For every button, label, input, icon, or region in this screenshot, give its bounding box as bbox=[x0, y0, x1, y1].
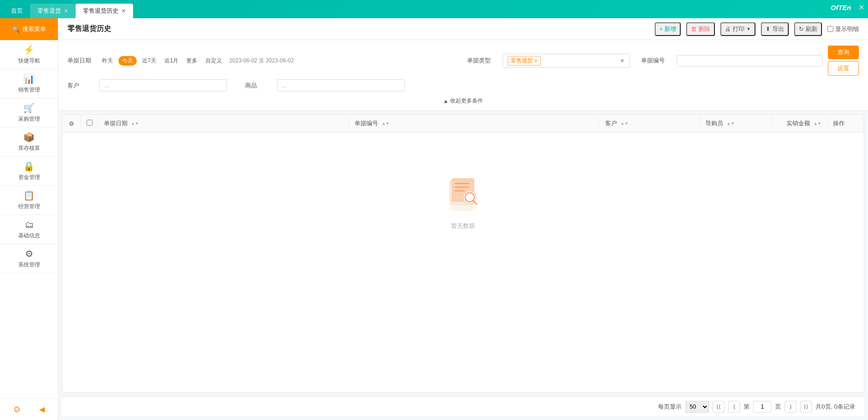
empty-cell: 暂无数据 bbox=[62, 133, 864, 267]
top-bar: 首页 零售退货 ✕ 零售退货历史 ✕ OfTEn ✕ bbox=[0, 0, 868, 18]
page-title: 零售退货历史 bbox=[67, 24, 655, 34]
sidebar-search-label: 搜索菜单 bbox=[22, 25, 46, 33]
query-button[interactable]: 查询 bbox=[828, 46, 859, 59]
th-id-label: 单据编号 bbox=[354, 120, 378, 127]
print-button[interactable]: 🖨 打印 ▼ bbox=[720, 22, 755, 36]
date-btn-yesterday[interactable]: 昨天 bbox=[99, 56, 116, 66]
page-word: 第 bbox=[744, 403, 750, 411]
filter-area: 单据日期 昨天 今天 近7天 近1月 更多 自定义 2023-06-02 至 2… bbox=[58, 40, 868, 111]
main-layout: 🔍 搜索菜单 ⚡ 快捷导航 📊 销售管理 🛒 采购管理 📦 库存核算 🔒 资金管… bbox=[0, 18, 868, 420]
toolbar-buttons: + 新增 🗑 删除 🖨 打印 ▼ ⬆ 导出 ↻ 刷新 显示明细 bbox=[655, 22, 859, 36]
empty-state: 暂无数据 bbox=[62, 133, 864, 266]
sidebar-item-finance[interactable]: 🔒 资金管理 bbox=[0, 157, 58, 186]
tab-retail-return-history-close[interactable]: ✕ bbox=[121, 8, 126, 14]
collapse-bar[interactable]: ▲ 收起更多条件 bbox=[67, 95, 859, 107]
empty-row: 暂无数据 bbox=[62, 133, 864, 267]
th-guide-label: 导购员 bbox=[705, 120, 723, 127]
goods-filter-input[interactable]: ... bbox=[277, 79, 405, 92]
search-icon: 🔍 bbox=[12, 26, 20, 33]
date-btn-more[interactable]: 更多 bbox=[184, 56, 200, 66]
th-check[interactable] bbox=[81, 115, 98, 133]
select-all-checkbox[interactable] bbox=[87, 120, 92, 126]
filter-row-2: 客户 ... 商品 ... bbox=[67, 79, 859, 92]
tab-retail-return-close[interactable]: ✕ bbox=[64, 8, 68, 14]
sidebar-item-sales-mgmt-label: 销售管理 bbox=[18, 86, 40, 94]
goods-placeholder: ... bbox=[282, 82, 287, 89]
page-input[interactable] bbox=[753, 401, 771, 413]
system-icon: ⚙ bbox=[25, 248, 33, 259]
export-button[interactable]: ⬆ 导出 bbox=[761, 22, 789, 36]
th-guide[interactable]: 导购员 ▲▼ bbox=[700, 115, 773, 133]
sidebar-bottom: ⚙ ◀ bbox=[0, 398, 58, 420]
date-btn-today[interactable]: 今天 bbox=[118, 56, 137, 66]
sales-mgmt-icon: 📊 bbox=[23, 73, 35, 84]
tab-retail-return-label: 零售退货 bbox=[37, 7, 61, 15]
sidebar-item-purchase-mgmt[interactable]: 🛒 采购管理 bbox=[0, 98, 58, 128]
settings-button[interactable]: 设置 bbox=[828, 61, 859, 76]
sidebar-item-inventory[interactable]: 📦 库存核算 bbox=[0, 128, 58, 157]
empty-text: 暂无数据 bbox=[451, 222, 475, 230]
table-body: 暂无数据 bbox=[62, 133, 864, 267]
window-close-button[interactable]: ✕ bbox=[858, 3, 864, 12]
sidebar-item-sales-mgmt[interactable]: 📊 销售管理 bbox=[0, 69, 58, 98]
type-filter-select[interactable]: 零售退货 ✕ ▼ bbox=[503, 54, 630, 68]
sidebar-item-basic-info[interactable]: 🗂 基础信息 bbox=[0, 215, 58, 244]
pagination-bar: 每页显示 10 20 50 100 ⟨⟨ ⟨ 第 页 ⟩ ⟩⟩ 共0页, 0条记… bbox=[62, 396, 864, 416]
th-customer-label: 客户 bbox=[605, 120, 617, 127]
sidebar-item-quick-nav-label: 快捷导航 bbox=[18, 57, 40, 65]
page-size-select[interactable]: 10 20 50 100 bbox=[685, 401, 709, 413]
type-filter-label: 单据类型 bbox=[467, 56, 499, 65]
type-filter-tag-label: 零售退货 bbox=[511, 57, 533, 65]
th-date[interactable]: 单据日期 ▲▼ bbox=[98, 115, 349, 133]
filter-row-1: 单据日期 昨天 今天 近7天 近1月 更多 自定义 2023-06-02 至 2… bbox=[67, 46, 859, 76]
prev-page-button[interactable]: ⟨ bbox=[728, 401, 740, 413]
sidebar-collapse-icon[interactable]: ◀ bbox=[39, 405, 45, 414]
sidebar-item-quick-nav[interactable]: ⚡ 快捷导航 bbox=[0, 40, 58, 69]
sidebar-item-operations[interactable]: 📋 经营管理 bbox=[0, 186, 58, 215]
date-btn-7days[interactable]: 近7天 bbox=[139, 56, 159, 66]
last-page-button[interactable]: ⟩⟩ bbox=[800, 401, 812, 413]
table-settings-icon[interactable]: ⚙ bbox=[69, 120, 74, 127]
tab-home-label: 首页 bbox=[11, 7, 23, 15]
collapse-label: 收起更多条件 bbox=[450, 97, 483, 105]
refresh-button[interactable]: ↻ 刷新 bbox=[794, 22, 822, 36]
tab-retail-return-history[interactable]: 零售退货历史 ✕ bbox=[76, 4, 133, 18]
type-filter-tag[interactable]: 零售退货 ✕ bbox=[508, 56, 541, 66]
th-amount[interactable]: 实销金额 ▲▼ bbox=[773, 115, 827, 133]
show-detail-label: 显示明细 bbox=[835, 25, 859, 33]
tab-home[interactable]: 首页 bbox=[4, 4, 30, 18]
export-label: 导出 bbox=[772, 25, 784, 33]
new-button[interactable]: + 新增 bbox=[655, 22, 681, 36]
th-settings[interactable]: ⚙ bbox=[62, 115, 81, 133]
date-btn-1month[interactable]: 近1月 bbox=[162, 56, 181, 66]
show-detail-toggle[interactable]: 显示明细 bbox=[827, 25, 859, 33]
tab-retail-return[interactable]: 零售退货 ✕ bbox=[30, 4, 76, 18]
print-arrow-icon: ▼ bbox=[746, 26, 751, 31]
th-id[interactable]: 单据编号 ▲▼ bbox=[349, 115, 599, 133]
top-bar-right: OfTEn ✕ bbox=[831, 3, 864, 12]
th-customer[interactable]: 客户 ▲▼ bbox=[600, 115, 700, 133]
first-page-button[interactable]: ⟨⟨ bbox=[713, 401, 724, 413]
sidebar: 🔍 搜索菜单 ⚡ 快捷导航 📊 销售管理 🛒 采购管理 📦 库存核算 🔒 资金管… bbox=[0, 18, 58, 420]
th-date-label: 单据日期 bbox=[104, 120, 128, 127]
delete-button[interactable]: 🗑 删除 bbox=[686, 22, 715, 36]
goods-filter-label: 商品 bbox=[245, 82, 277, 90]
refresh-icon: ↻ bbox=[799, 26, 804, 32]
date-filters: 昨天 今天 近7天 近1月 更多 自定义 2023-06-02 至 2023-0… bbox=[99, 56, 294, 66]
next-page-button[interactable]: ⟩ bbox=[785, 401, 796, 413]
show-detail-checkbox-input[interactable] bbox=[827, 26, 833, 32]
brand-name: OfTEn bbox=[831, 4, 851, 11]
sidebar-item-system[interactable]: ⚙ 系统管理 bbox=[0, 244, 58, 273]
id-filter-input[interactable] bbox=[677, 55, 822, 67]
date-btn-custom[interactable]: 自定义 bbox=[203, 56, 225, 66]
sidebar-item-purchase-mgmt-label: 采购管理 bbox=[18, 115, 40, 123]
customer-filter-label: 客户 bbox=[67, 82, 99, 90]
sidebar-settings-icon[interactable]: ⚙ bbox=[13, 405, 21, 415]
type-filter-tag-close[interactable]: ✕ bbox=[534, 58, 538, 63]
th-amount-sort-icon: ▲▼ bbox=[813, 122, 822, 126]
date-filter-label: 单据日期 bbox=[67, 56, 99, 65]
total-info: 共0页, 0条记录 bbox=[816, 403, 855, 411]
sidebar-search[interactable]: 🔍 搜索菜单 bbox=[0, 18, 58, 40]
customer-filter-input[interactable]: ... bbox=[99, 79, 227, 92]
tab-retail-return-history-label: 零售退货历史 bbox=[83, 7, 118, 15]
